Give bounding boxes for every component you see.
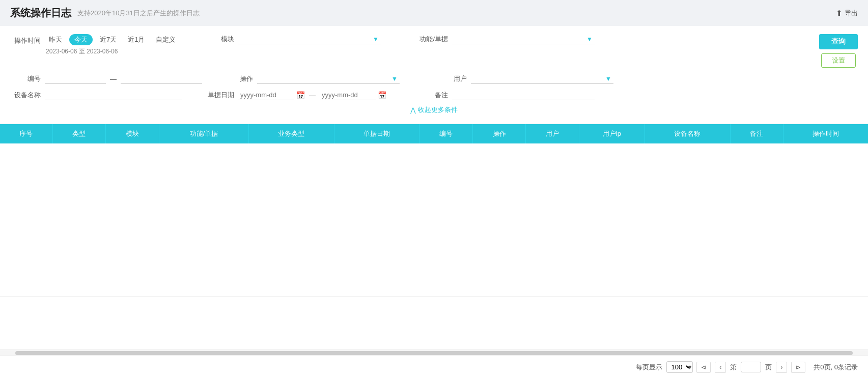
query-button[interactable]: 查询 bbox=[819, 34, 858, 49]
code-from-input[interactable] bbox=[45, 74, 106, 84]
first-page-button[interactable]: ⊲ bbox=[696, 362, 711, 373]
page-number-input[interactable]: 1 bbox=[741, 362, 761, 372]
module-dropdown[interactable]: ▼ bbox=[238, 34, 381, 44]
device-label: 设备名称 bbox=[10, 91, 41, 100]
device-input[interactable] bbox=[45, 90, 182, 100]
user-dropdown[interactable]: ▼ bbox=[471, 74, 613, 84]
operation-input[interactable] bbox=[257, 74, 400, 84]
col-功能/单据: 功能/单据 bbox=[159, 124, 248, 143]
prev-page-button[interactable]: ‹ bbox=[715, 362, 726, 373]
page-label: 第 bbox=[730, 363, 737, 372]
operation-dropdown[interactable]: ▼ bbox=[257, 74, 400, 84]
collapse-row: ⋀ 收起更多条件 bbox=[10, 102, 858, 119]
col-用户ip: 用户ip bbox=[579, 124, 645, 143]
collapse-button[interactable]: ⋀ 收起更多条件 bbox=[410, 105, 458, 114]
action-buttons: 查询 设置 bbox=[819, 34, 858, 68]
user-input[interactable] bbox=[471, 74, 613, 84]
code-to-input[interactable] bbox=[121, 74, 202, 84]
col-用户: 用户 bbox=[526, 124, 579, 143]
page-suffix: 页 bbox=[765, 363, 772, 372]
custom-btn[interactable]: 自定义 bbox=[152, 34, 180, 45]
operation-label: 操作 bbox=[222, 74, 253, 83]
last-page-button[interactable]: ⊳ bbox=[791, 362, 805, 373]
per-page-label: 每页显示 bbox=[636, 363, 662, 372]
time-filter: 昨天 今天 近7天 近1月 自定义 2023-06-06 至 2023-06-0… bbox=[45, 34, 180, 56]
table-header: 序号类型模块功能/单据业务类型单据日期编号操作用户用户ip设备名称备注操作时间 bbox=[0, 124, 868, 143]
func-label: 功能/单据 bbox=[417, 35, 448, 44]
module-input[interactable] bbox=[238, 34, 381, 44]
pagination-area: 每页显示 100 50 200 ▼ ⊲ ‹ 第 1 页 › ⊳ 共0页, 0条记… bbox=[0, 356, 868, 378]
calendar-from-icon[interactable]: 📅 bbox=[296, 91, 305, 99]
last1month-btn[interactable]: 近1月 bbox=[124, 34, 149, 45]
filter-area: 操作时间 昨天 今天 近7天 近1月 自定义 2023-06-06 至 2023… bbox=[0, 26, 868, 124]
col-设备名称: 设备名称 bbox=[645, 124, 730, 143]
next-page-button[interactable]: › bbox=[776, 362, 787, 373]
date-from-input[interactable] bbox=[238, 90, 294, 100]
export-button[interactable]: ⬆ 导出 bbox=[836, 9, 858, 18]
col-操作时间: 操作时间 bbox=[783, 124, 868, 143]
scrollbar-thumb bbox=[15, 351, 853, 355]
date-from-wrap: 📅 bbox=[238, 90, 305, 100]
col-备注: 备注 bbox=[730, 124, 783, 143]
col-业务类型: 业务类型 bbox=[249, 124, 334, 143]
table-header-row: 序号类型模块功能/单据业务类型单据日期编号操作用户用户ip设备名称备注操作时间 bbox=[0, 124, 868, 143]
collapse-icon: ⋀ bbox=[410, 106, 416, 114]
empty-row bbox=[0, 143, 868, 296]
user-label: 用户 bbox=[436, 74, 467, 83]
code-dash: — bbox=[110, 75, 117, 83]
remark-input[interactable] bbox=[452, 90, 595, 100]
total-info: 共0页, 0条记录 bbox=[814, 363, 858, 372]
op-time-label: 操作时间 bbox=[10, 36, 41, 45]
table-body bbox=[0, 143, 868, 296]
page-header: 系统操作日志 支持2020年10月31日之后产生的操作日志 ⬆ 导出 bbox=[0, 0, 868, 26]
date-to-input[interactable] bbox=[320, 90, 376, 100]
func-dropdown[interactable]: ▼ bbox=[452, 34, 595, 44]
settings-button[interactable]: 设置 bbox=[821, 53, 856, 68]
remark-label: 备注 bbox=[417, 91, 448, 100]
col-模块: 模块 bbox=[106, 124, 159, 143]
col-类型: 类型 bbox=[52, 124, 105, 143]
date-to-wrap: 📅 bbox=[320, 90, 386, 100]
col-序号: 序号 bbox=[0, 124, 52, 143]
export-icon: ⬆ bbox=[836, 9, 843, 18]
horizontal-scrollbar[interactable] bbox=[0, 350, 868, 356]
last7-btn[interactable]: 近7天 bbox=[96, 34, 121, 45]
page-title: 系统操作日志 bbox=[10, 6, 71, 20]
col-单据日期: 单据日期 bbox=[334, 124, 419, 143]
date-dash: — bbox=[309, 92, 316, 99]
col-编号: 编号 bbox=[419, 124, 472, 143]
voucher-date-label: 单据日期 bbox=[204, 91, 234, 100]
today-btn[interactable]: 今天 bbox=[69, 34, 93, 45]
yesterday-btn[interactable]: 昨天 bbox=[45, 34, 66, 45]
table-area: 序号类型模块功能/单据业务类型单据日期编号操作用户用户ip设备名称备注操作时间 bbox=[0, 124, 868, 350]
code-label: 编号 bbox=[10, 74, 41, 83]
per-page-chevron-icon: ▼ bbox=[687, 364, 692, 370]
func-input[interactable] bbox=[452, 34, 595, 44]
module-label: 模块 bbox=[204, 35, 234, 44]
data-table: 序号类型模块功能/单据业务类型单据日期编号操作用户用户ip设备名称备注操作时间 bbox=[0, 124, 868, 297]
col-操作: 操作 bbox=[472, 124, 525, 143]
date-range-display: 2023-06-06 至 2023-06-06 bbox=[46, 47, 180, 56]
page-subtitle: 支持2020年10月31日之后产生的操作日志 bbox=[77, 9, 200, 18]
calendar-to-icon[interactable]: 📅 bbox=[378, 91, 386, 99]
